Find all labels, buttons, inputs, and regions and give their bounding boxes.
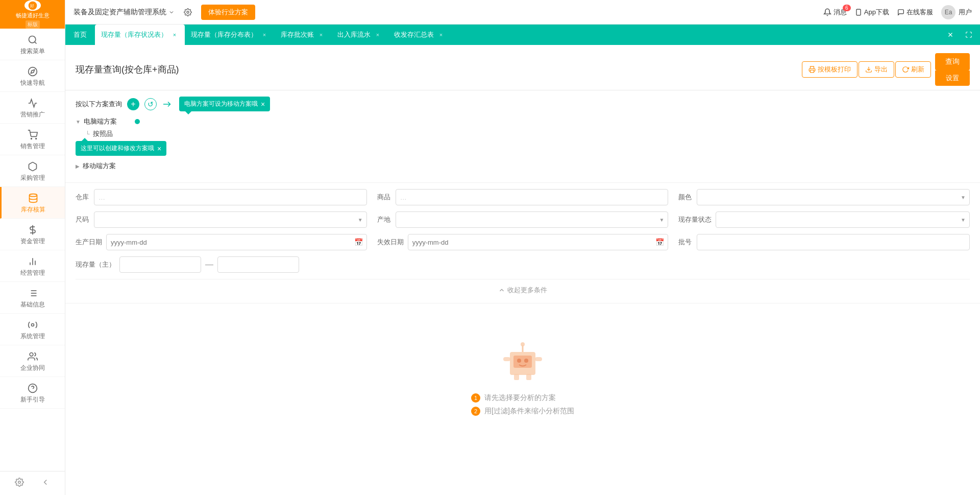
tab-home[interactable]: 首页: [65, 25, 95, 45]
print-button[interactable]: 按模板打印: [802, 61, 857, 78]
tab-close-collect[interactable]: ×: [437, 31, 445, 39]
production-date-input[interactable]: [106, 234, 367, 250]
size-select[interactable]: [94, 211, 367, 228]
inventory-amount-max[interactable]: [217, 256, 299, 273]
empty-steps: 1 请先选择要分析的方案 2 用[过滤]条件来缩小分析范围: [471, 393, 574, 416]
gear-button[interactable]: [181, 5, 195, 19]
industry-button[interactable]: 体验行业方案: [201, 5, 255, 20]
tab-bar: 首页 现存量（库存状况表） × 现存量（库存分布表） × 库存批次账 × 出入库…: [65, 25, 980, 45]
filter-warehouse: 仓库 …: [76, 189, 367, 205]
notification-badge: 6: [843, 5, 851, 11]
sidebar-label: 快速导航: [20, 79, 45, 87]
scheme-sub[interactable]: └ 按照品: [76, 128, 970, 140]
scheme-pc-label: 电脑端方案: [84, 117, 117, 126]
tab-close-batch[interactable]: ×: [317, 31, 325, 39]
svg-point-19: [31, 324, 34, 326]
tooltip-scheme-edit: 这里可以创建和修改方案哦 ×: [76, 141, 166, 156]
page-title: 现存量查询(按仓库+商品): [76, 63, 179, 76]
origin-select[interactable]: [396, 211, 669, 228]
tooltip-close-1[interactable]: ×: [261, 100, 265, 108]
refresh-button[interactable]: 刷新: [895, 61, 931, 78]
tooltip-close-2[interactable]: ×: [157, 145, 161, 153]
user-avatar: Ea: [941, 5, 955, 19]
tab-close-inventory-dist[interactable]: ×: [260, 31, 268, 39]
sidebar-item-basic[interactable]: 基础信息: [0, 282, 65, 314]
tab-flow[interactable]: 出入库流水 ×: [331, 25, 388, 45]
sidebar-item-quick-nav[interactable]: 快速导航: [0, 60, 65, 92]
step-1-text: 请先选择要分析的方案: [484, 393, 556, 403]
filter-arrow-button[interactable]: [162, 98, 174, 110]
filter-add-button[interactable]: +: [127, 98, 139, 110]
svg-rect-29: [811, 70, 814, 73]
svg-point-34: [517, 359, 521, 363]
scheme-mobile[interactable]: ▶ 移动端方案: [76, 160, 970, 172]
tab-close-flow[interactable]: ×: [374, 31, 382, 39]
app-download-btn[interactable]: App下载: [855, 8, 889, 17]
online-service-label: 在线客服: [906, 8, 933, 17]
sidebar-item-operations[interactable]: 经营管理: [0, 250, 65, 282]
goods-select[interactable]: …: [396, 189, 669, 205]
empty-state: 1 请先选择要分析的方案 2 用[过滤]条件来缩小分析范围: [65, 303, 980, 446]
expiry-date-input[interactable]: [408, 234, 669, 250]
inventory-status-select-wrap: ▼: [716, 211, 970, 228]
header-left: 装备及固定资产辅助管理系统 体验行业方案: [74, 5, 255, 20]
svg-point-23: [18, 481, 21, 484]
goods-label: 商品: [377, 193, 391, 202]
collapse-button[interactable]: 收起更多条件: [498, 286, 547, 295]
tab-inventory-dist[interactable]: 现存量（库存分布表） ×: [185, 25, 275, 45]
svg-point-41: [521, 342, 525, 346]
warehouse-select-wrap: …: [94, 189, 367, 205]
sidebar-item-guide[interactable]: 新手引导: [0, 377, 65, 409]
tab-batch[interactable]: 库存批次账 ×: [275, 25, 331, 45]
notification-btn[interactable]: 消息 6: [823, 8, 847, 17]
scheme-pc[interactable]: ▼ 电脑端方案: [76, 115, 970, 128]
svg-point-24: [187, 11, 189, 13]
sidebar-item-search[interactable]: 搜索菜单: [0, 29, 65, 60]
warehouse-select[interactable]: …: [94, 189, 367, 205]
user-menu[interactable]: Ea 用户: [941, 5, 972, 19]
svg-point-8: [30, 194, 37, 197]
empty-step-1: 1 请先选择要分析的方案: [471, 393, 574, 403]
page-actions: 按模板打印 导出 刷新 查询 设置: [802, 53, 970, 86]
expiry-date-wrap: 📅: [408, 234, 669, 250]
setting-button[interactable]: 设置: [935, 70, 970, 86]
production-date-wrap: 📅: [106, 234, 367, 250]
svg-point-2: [29, 36, 35, 43]
sidebar-item-enterprise[interactable]: 企业协同: [0, 345, 65, 377]
sidebar-item-marketing[interactable]: 营销推广: [0, 92, 65, 124]
tab-close-inventory-status[interactable]: ×: [170, 31, 179, 39]
production-date-calendar-icon[interactable]: 📅: [354, 238, 363, 246]
filter-area: 按以下方案查询 + ↺ 电脑方案可设为移动方案哦 ×: [65, 90, 980, 183]
inventory-status-select[interactable]: [716, 211, 970, 228]
sidebar-item-inventory[interactable]: 库存核算: [0, 187, 65, 219]
filter-goods: 商品 …: [377, 189, 669, 205]
sidebar-item-system[interactable]: 系统管理: [0, 314, 65, 345]
tab-collect[interactable]: 收发存汇总表 ×: [388, 25, 451, 45]
sidebar-item-finance[interactable]: 资金管理: [0, 219, 65, 250]
warehouse-dots: …: [99, 194, 105, 201]
sidebar-item-sales[interactable]: 销售管理: [0, 124, 65, 155]
inventory-amount-min[interactable]: [119, 256, 201, 273]
tab-inventory-status[interactable]: 现存量（库存状况表） ×: [95, 25, 185, 45]
sidebar-nav: 搜索菜单 快速导航 营销推广 销售管理 采购管理 库存核算 资金: [0, 29, 65, 471]
color-select[interactable]: [697, 189, 970, 205]
tooltip-text-2: 这里可以创建和修改方案哦: [81, 144, 154, 153]
filter-refresh-button[interactable]: ↺: [144, 98, 157, 110]
sidebar-label: 搜索菜单: [20, 47, 45, 56]
tab-fullscreen-btn[interactable]: [962, 28, 976, 42]
collapse-icon[interactable]: [41, 478, 50, 489]
export-button[interactable]: 导出: [859, 61, 894, 78]
svg-line-3: [34, 42, 36, 44]
sidebar-item-purchase[interactable]: 采购管理: [0, 155, 65, 187]
query-button[interactable]: 查询: [935, 53, 970, 70]
system-name-select[interactable]: 装备及固定资产辅助管理系统: [74, 8, 175, 17]
tab-close-all-btn[interactable]: [943, 28, 958, 42]
settings-icon[interactable]: [15, 478, 24, 489]
online-service-btn[interactable]: 在线客服: [897, 8, 933, 17]
filter-expiry-date: 失效日期 📅: [377, 234, 669, 250]
batch-input[interactable]: [697, 234, 970, 250]
scheme-tree: ▼ 电脑端方案 └ 按照品 这里可以创建和修改方案哦 ×: [76, 115, 970, 172]
warehouse-label: 仓库: [76, 193, 90, 202]
range-dash: —: [205, 260, 213, 269]
expiry-date-calendar-icon[interactable]: 📅: [655, 238, 664, 246]
